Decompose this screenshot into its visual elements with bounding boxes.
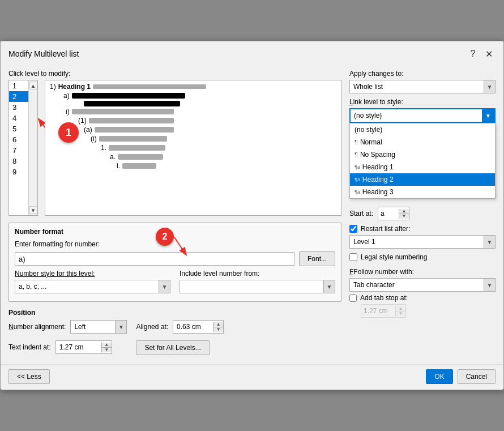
restart-select[interactable]: Level 1 Level 2 Level 3	[350, 237, 484, 247]
preview-bar-6	[99, 136, 167, 142]
aligned-at-down[interactable]: ▼	[213, 327, 223, 332]
preview-bar-2	[72, 93, 185, 99]
follow-num-select-wrapper[interactable]: Tab character Space Nothing ▼	[349, 278, 496, 292]
level-item-6[interactable]: 6	[9, 134, 28, 145]
click-level-section: Click level to modify: 1 2 3 4 5	[8, 70, 341, 216]
style-select-wrapper[interactable]: a, b, c, ... 1, 2, 3, ... i, ii, iii, ..…	[15, 280, 170, 293]
annotation1-circle: 1	[58, 122, 79, 143]
preview-item-8: a.	[50, 153, 336, 161]
level-item-5[interactable]: 5	[9, 123, 28, 134]
preview-item-6: (i)	[50, 135, 336, 143]
text-indent-spinner[interactable]: ▲ ▼	[55, 340, 112, 354]
tab-stop-spinner-btns: ▲ ▼	[395, 306, 405, 316]
apply-to-label: Apply changes to:	[349, 70, 496, 78]
level-preview-row: 1 2 3 4 5 6 7 8 9	[8, 80, 341, 216]
start-at-row: Start at: ▲ ▼	[349, 207, 496, 220]
scroll-down-arrow[interactable]: ▼	[29, 206, 37, 214]
scroll-up-arrow[interactable]: ▲	[29, 82, 37, 89]
help-button[interactable]: ?	[466, 47, 480, 61]
alignment-arrow: ▼	[115, 321, 126, 333]
level-item-7[interactable]: 7	[9, 145, 28, 156]
title-bar-left: Modify Multilevel list	[8, 49, 79, 58]
include-select-wrapper[interactable]: ▼	[180, 280, 335, 293]
aligned-at-spinner[interactable]: ▲ ▼	[173, 320, 224, 334]
level-item-8[interactable]: 8	[9, 156, 28, 167]
apply-to-select-wrapper[interactable]: Whole list This point forward ▼	[349, 80, 496, 93]
add-tab-checkbox[interactable]	[349, 295, 357, 302]
include-label: Include level number from:	[180, 270, 335, 278]
restart-checkbox[interactable]	[349, 225, 357, 233]
start-at-label: Start at:	[349, 210, 373, 217]
aligned-at-spinner-btns: ▲ ▼	[213, 322, 223, 332]
number-format-title: Number format	[15, 228, 335, 236]
link-level-option-nostyle[interactable]: (no style)	[350, 123, 495, 136]
number-format-section: Number format Enter formatting for numbe…	[8, 223, 341, 302]
cancel-button[interactable]: Cancel	[458, 369, 496, 384]
preview-bar-5	[95, 127, 174, 133]
text-indent-spinner-btns: ▲ ▼	[101, 343, 112, 352]
level-item-4[interactable]: 4	[9, 113, 28, 123]
preview-item-2: a)	[50, 92, 336, 100]
close-button[interactable]: ✕	[482, 47, 496, 61]
preview-item-5: (a)	[50, 126, 336, 134]
ok-button[interactable]: OK	[426, 369, 452, 384]
legal-row: Legal style numbering	[349, 253, 496, 261]
start-at-btns: ▲ ▼	[399, 209, 409, 219]
restart-label: Restart list after:	[361, 225, 410, 233]
legal-section: Legal style numbering	[349, 253, 496, 261]
tab-stop-input	[361, 306, 395, 316]
text-indent-row: Text indent at: ▲ ▼	[8, 340, 127, 354]
legal-checkbox[interactable]	[349, 253, 357, 261]
apply-to-select[interactable]: Whole list This point forward	[350, 82, 484, 92]
title-bar: Modify Multilevel list ? ✕	[1, 41, 503, 64]
format-input[interactable]	[15, 252, 294, 266]
aligned-at-input[interactable]	[173, 322, 213, 332]
alignment-select[interactable]: Left Center Right	[71, 322, 115, 332]
dialog-body: Click level to modify: 1 2 3 4 5	[1, 64, 503, 364]
link-level-option-nospacing[interactable]: ¶ No Spacing	[350, 148, 495, 161]
less-button[interactable]: << Less	[8, 369, 50, 384]
alignment-select-wrapper[interactable]: Left Center Right ▼	[70, 320, 127, 334]
font-button[interactable]: Font...	[299, 251, 335, 266]
text-indent-down[interactable]: ▼	[102, 348, 112, 352]
alignment-label: Number alignment:	[8, 323, 66, 331]
level-item-3[interactable]: 3	[9, 102, 28, 113]
footer-left: << Less	[8, 369, 50, 384]
dialog-title: Modify Multilevel list	[8, 49, 79, 58]
preview-item-9: i.	[50, 162, 336, 170]
link-level-section: Link level to style: (no style) ▼ (no st…	[349, 98, 496, 123]
style-select[interactable]: a, b, c, ... 1, 2, 3, ... i, ii, iii, ..…	[15, 281, 159, 292]
modify-multilevel-dialog: Modify Multilevel list ? ✕ Click level t…	[0, 41, 504, 390]
include-select[interactable]	[180, 281, 323, 292]
level-item-1[interactable]: 1	[9, 80, 28, 91]
restart-section: Restart list after: Level 1 Level 2 Leve…	[349, 225, 496, 249]
preview-item-1: 1) Heading 1	[50, 83, 336, 91]
tab-stop-value-row: ▲ ▼	[349, 304, 496, 318]
annotation2-circle: 2	[156, 228, 174, 246]
level-list-inner: 1 2 3 4 5 6 7 8 9	[9, 80, 28, 215]
link-level-option-normal[interactable]: ¶ Normal	[350, 136, 495, 148]
start-at-spinner[interactable]: ▲ ▼	[378, 207, 409, 220]
position-title: Position	[8, 309, 341, 317]
text-indent-input[interactable]	[56, 342, 101, 352]
link-level-dropdown[interactable]: (no style) ▼ (no style) ¶ Normal ¶	[349, 108, 496, 123]
preview-item-7: 1.	[50, 144, 336, 152]
preview-box: 1) Heading 1 a)	[45, 80, 341, 216]
include-group: Include level number from: ▼	[180, 270, 335, 293]
aligned-at-row: Aligned at: ▲ ▼	[136, 320, 224, 334]
link-level-option-heading1[interactable]: ¶a Heading 1	[350, 161, 495, 173]
set-all-button[interactable]: Set for All Levels...	[136, 340, 209, 355]
restart-row: Restart list after:	[349, 225, 496, 233]
link-level-selected[interactable]: (no style) ▼	[349, 108, 496, 123]
follow-num-select[interactable]: Tab character Space Nothing	[350, 280, 484, 290]
link-level-value: (no style)	[351, 112, 482, 120]
level-item-9[interactable]: 9	[9, 167, 28, 177]
link-level-option-heading3[interactable]: ¶a Heading 3	[350, 186, 495, 198]
style-select-arrow: ▼	[159, 280, 170, 293]
start-at-input[interactable]	[378, 208, 399, 219]
restart-select-wrapper[interactable]: Level 1 Level 2 Level 3 ▼	[349, 235, 496, 249]
level-item-2[interactable]: 2	[9, 91, 28, 102]
start-at-down[interactable]: ▼	[399, 214, 409, 219]
legal-label: Legal style numbering	[361, 253, 427, 261]
link-level-option-heading2[interactable]: ¶a Heading 2	[350, 173, 495, 186]
